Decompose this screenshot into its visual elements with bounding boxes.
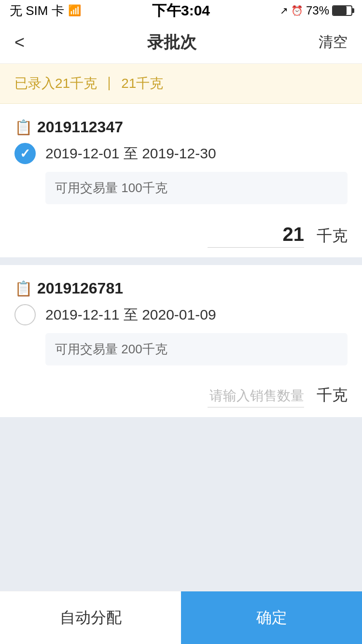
- batch-item-2: 📋 2019126781 2019-12-11 至 2020-01-09 可用交…: [0, 265, 362, 417]
- status-left: 无 SIM 卡 📶: [10, 2, 81, 19]
- batch-2-row[interactable]: 2019-12-11 至 2020-01-09: [14, 304, 348, 325]
- clear-button[interactable]: 清空: [319, 32, 348, 52]
- batch-1-header: 📋 2019112347: [14, 118, 348, 136]
- status-bar: 无 SIM 卡 📶 下午3:04 ↗ ⏰ 73%: [0, 0, 362, 21]
- wifi-icon: 📶: [68, 4, 81, 17]
- batch-item-1-body: 📋 2019112347 2019-12-01 至 2019-12-30 可用交…: [0, 104, 362, 214]
- alarm-icon: ⏰: [291, 5, 303, 16]
- summary-divider: [109, 77, 110, 90]
- doc-icon-2: 📋: [14, 280, 32, 297]
- batch-2-date: 2019-12-11 至 2020-01-09: [45, 305, 216, 325]
- battery-icon: [332, 5, 352, 16]
- summary-banner: 已录入21千克 21千克: [0, 64, 362, 104]
- bottom-bar: 自动分配 确定: [0, 591, 362, 644]
- batch-2-radio[interactable]: [14, 304, 36, 325]
- page-title: 录批次: [147, 31, 196, 54]
- batch-2-placeholder[interactable]: 请输入销售数量: [209, 387, 304, 405]
- batch-item-1: 📋 2019112347 2019-12-01 至 2019-12-30 可用交…: [0, 104, 362, 257]
- batch-1-amount-row: 21 千克: [0, 214, 362, 257]
- batch-1-underline: 21: [208, 224, 304, 248]
- batch-1-amount-value[interactable]: 21: [265, 224, 304, 245]
- status-time: 下午3:04: [152, 1, 210, 21]
- batch-item-2-body: 📋 2019126781 2019-12-11 至 2020-01-09 可用交…: [0, 265, 362, 375]
- batch-2-unit: 千克: [317, 385, 348, 406]
- confirm-button[interactable]: 确定: [181, 591, 362, 644]
- batch-1-date: 2019-12-01 至 2019-12-30: [45, 144, 216, 164]
- recorded-amount: 已录入21千克: [14, 74, 97, 93]
- batch-2-available: 可用交易量 200千克: [45, 333, 348, 365]
- doc-icon-1: 📋: [14, 119, 32, 136]
- batch-1-row[interactable]: 2019-12-01 至 2019-12-30: [14, 143, 348, 164]
- batch-2-id: 2019126781: [37, 280, 123, 297]
- auto-distribute-button[interactable]: 自动分配: [0, 591, 181, 644]
- summary-amount: 21千克: [121, 74, 163, 93]
- batch-1-radio[interactable]: [14, 143, 36, 164]
- batch-1-id: 2019112347: [37, 118, 123, 136]
- location-icon: ↗: [280, 5, 288, 16]
- batch-2-amount-row: 请输入销售数量 千克: [0, 375, 362, 417]
- nav-bar: < 录批次 清空: [0, 21, 362, 64]
- status-right: ↗ ⏰ 73%: [280, 4, 352, 17]
- back-button[interactable]: <: [14, 32, 25, 53]
- separator-1: [0, 257, 362, 265]
- batch-2-underline[interactable]: 请输入销售数量: [208, 387, 304, 407]
- batch-2-header: 📋 2019126781: [14, 280, 348, 297]
- no-sim-text: 无 SIM 卡: [10, 2, 64, 19]
- battery-percent: 73%: [306, 4, 329, 17]
- batch-1-unit: 千克: [317, 225, 348, 247]
- batch-1-available: 可用交易量 100千克: [45, 172, 348, 204]
